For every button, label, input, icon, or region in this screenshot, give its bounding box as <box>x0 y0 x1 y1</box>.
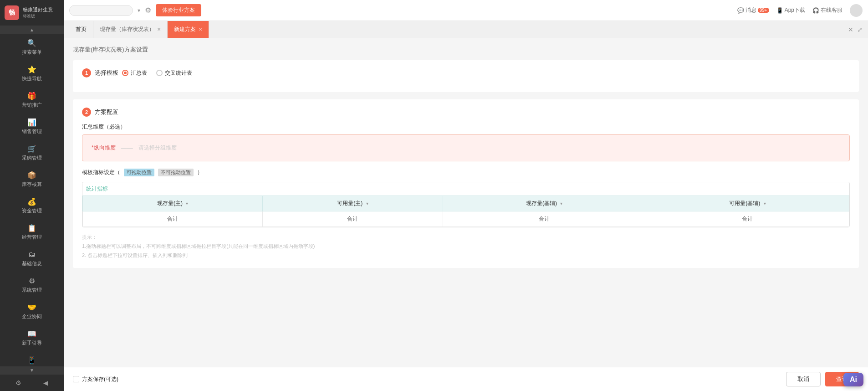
tab-close-window-icon[interactable]: ✕ <box>848 26 853 33</box>
sidebar-item-apps[interactable]: 📱应用中心 <box>0 351 64 366</box>
trial-btn[interactable]: 体验行业方案 <box>156 4 201 16</box>
new-plan-label: 新建方案 <box>174 26 196 33</box>
col-label-2: 现存量(基辅) <box>526 200 557 206</box>
search-input[interactable] <box>69 5 133 16</box>
col-chevron-0[interactable]: ▾ <box>186 201 188 206</box>
topbar-online-service[interactable]: 🎧 在线客服 <box>812 6 842 14</box>
sidebar-scroll-down[interactable]: ▼ <box>0 366 64 374</box>
message-icon: 💬 <box>737 7 744 14</box>
topbar-message[interactable]: 💬 消息 99+ <box>737 6 769 14</box>
col-sub-0: 合计 <box>83 211 263 227</box>
app-download-icon: 📱 <box>776 7 783 14</box>
step1-num: 1 <box>82 68 91 77</box>
col-chevron-2[interactable]: ▾ <box>560 201 562 206</box>
sidebar-scroll-up[interactable]: ▲ <box>0 26 64 34</box>
col-header-1[interactable]: 可用量(主) ▾ <box>263 196 443 211</box>
dimension-placeholder: 请选择分组维度 <box>138 144 177 152</box>
col-header-0[interactable]: 现存量(主) ▾ <box>83 196 263 211</box>
step1-header: 1 选择模板 汇总表 交叉统计表 <box>82 68 850 77</box>
sidebar-item-finance[interactable]: 💰资金管理 <box>0 192 64 219</box>
sidebar-label-corp: 企业协同 <box>22 313 42 320</box>
tip-item-0: 1.拖动标题栏可以调整布局，不可跨维度或指标区域拖拉栏目字段(只能在同一维度或指… <box>82 242 850 251</box>
new-plan-close-icon[interactable]: ✕ <box>199 27 202 32</box>
tabbar: 首页 现存量（库存状况表） ✕ 新建方案 ✕ ✕ ⤢ <box>64 21 868 38</box>
collapse-icon[interactable]: ◀ <box>43 379 48 386</box>
dimension-label: 汇总维度（必选） <box>82 123 850 131</box>
tab-inventory-status[interactable]: 现存量（库存状况表） ✕ <box>93 21 168 38</box>
tab-new-plan[interactable]: 新建方案 ✕ <box>168 21 209 38</box>
basic-icon: 🗂 <box>27 250 36 259</box>
col-label-1: 可用量(主) <box>337 200 363 206</box>
system-icon: ⚙ <box>27 276 36 285</box>
sidebar-item-search[interactable]: 🔍搜索菜单 <box>0 34 64 60</box>
finance-icon: 💰 <box>27 197 36 206</box>
business-icon: 📋 <box>27 223 36 232</box>
sidebar-item-basic[interactable]: 🗂基础信息 <box>0 245 64 272</box>
inventory-icon: 📦 <box>27 170 36 180</box>
sidebar-item-business[interactable]: 📋经营管理 <box>0 219 64 245</box>
sidebar-label-sales: 销售管理 <box>22 128 42 135</box>
topbar-app-download[interactable]: 📱 App下载 <box>776 6 805 14</box>
app-name: 畅康通好生意 <box>23 6 53 13</box>
col-chevron-1[interactable]: ▾ <box>366 201 368 206</box>
sidebar-item-guide[interactable]: 📖新手引导 <box>0 324 64 351</box>
topbar: ▾ ⚙ 体验行业方案 💬 消息 99+ 📱 App下载 🎧 在线客服 <box>64 0 868 21</box>
col-chevron-3[interactable]: ▾ <box>764 201 766 206</box>
sidebar: 畅 畅康通好生意 标准版 ▲ 🔍搜索菜单⭐快捷导航🎁营销推广📊销售管理🛒采购管理… <box>0 0 64 391</box>
step2-num: 2 <box>82 108 91 117</box>
sidebar-item-system[interactable]: ⚙系统管理 <box>0 272 64 298</box>
col-label-0: 现存量(主) <box>157 200 183 206</box>
sidebar-item-purchase[interactable]: 🛒采购管理 <box>0 139 64 166</box>
logo-icon: 畅 <box>5 5 19 20</box>
app-edition: 标准版 <box>23 13 53 19</box>
topbar-gear-icon[interactable]: ⚙ <box>145 6 151 15</box>
sidebar-label-business: 经营管理 <box>22 234 42 241</box>
inventory-status-label: 现存量（库存状况表） <box>100 26 154 33</box>
tab-home[interactable]: 首页 <box>69 21 93 38</box>
radio-cross-label: 交叉统计表 <box>165 69 192 77</box>
indicator-label: 模板指标设定（ 可拖动位置 不可拖动位置 ） <box>82 169 850 176</box>
radio-cross-circle <box>156 70 163 76</box>
topbar-right: 💬 消息 99+ 📱 App下载 🎧 在线客服 <box>737 4 863 17</box>
settings-icon[interactable]: ⚙ <box>15 379 21 386</box>
vertical-dimension-label: *纵向维度 <box>92 144 116 152</box>
dimension-dash: —— <box>121 144 133 151</box>
topbar-dropdown[interactable]: ▾ <box>138 7 140 14</box>
guide-icon: 📖 <box>27 329 36 338</box>
sidebar-label-shortcut: 快捷导航 <box>22 75 42 82</box>
dimension-area[interactable]: *纵向维度 —— 请选择分组维度 <box>82 134 850 161</box>
ai-fab-button[interactable]: Ai <box>843 373 863 386</box>
sidebar-item-marketing[interactable]: 🎁营销推广 <box>0 87 64 113</box>
stats-header-label: 统计指标 <box>82 182 849 196</box>
page-title: 现存量(库存状况表)方案设置 <box>73 46 859 54</box>
user-avatar[interactable] <box>850 4 863 17</box>
sidebar-logo: 畅 畅康通好生意 标准版 <box>0 0 64 26</box>
col-sub-1: 合计 <box>263 211 443 227</box>
sidebar-item-corp[interactable]: 🤝企业协同 <box>0 298 64 324</box>
sidebar-item-shortcut[interactable]: ⭐快捷导航 <box>0 60 64 87</box>
tip-item-1: 2. 点击标题栏下拉可设置排序、插入列和删除列 <box>82 251 850 260</box>
radio-summary-table[interactable]: 汇总表 <box>122 69 147 77</box>
col-header-3[interactable]: 可用量(基辅) ▾ <box>646 196 849 211</box>
sidebar-label-basic: 基础信息 <box>22 260 42 267</box>
radio-cross-table[interactable]: 交叉统计表 <box>156 69 192 77</box>
inventory-status-close-icon[interactable]: ✕ <box>157 27 161 32</box>
cancel-button[interactable]: 取消 <box>786 372 821 386</box>
apps-icon: 📱 <box>27 355 36 365</box>
save-checkbox[interactable] <box>73 376 79 382</box>
marketing-icon: 🎁 <box>27 91 36 100</box>
draggable-badge: 可拖动位置 <box>124 169 154 176</box>
sidebar-label-inventory: 库存核算 <box>22 181 42 188</box>
stats-table-header-row: 现存量(主) ▾ 可用量(主) ▾ 现存量(基辅) ▾ <box>83 196 849 211</box>
sidebar-label-finance: 资金管理 <box>22 207 42 214</box>
save-label: 方案保存(可选) <box>82 376 118 383</box>
sidebar-label-search: 搜索菜单 <box>22 49 42 56</box>
logo-text-block: 畅康通好生意 标准版 <box>23 6 53 19</box>
stats-table: 现存量(主) ▾ 可用量(主) ▾ 现存量(基辅) ▾ <box>82 196 849 227</box>
col-header-2[interactable]: 现存量(基辅) ▾ <box>443 196 646 211</box>
step1-title: 选择模板 <box>95 69 118 77</box>
tab-expand-icon[interactable]: ⤢ <box>857 26 863 33</box>
sidebar-item-sales[interactable]: 📊销售管理 <box>0 113 64 139</box>
online-service-label: 在线客服 <box>821 6 842 14</box>
sidebar-item-inventory[interactable]: 📦库存核算 <box>0 166 64 192</box>
